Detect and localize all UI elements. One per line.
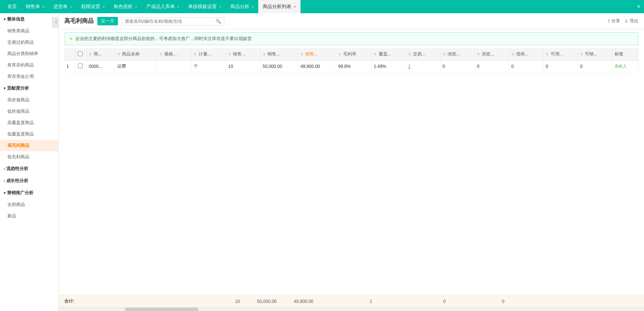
th-transactions[interactable]: ⇅ 交易... [406, 48, 440, 61]
sidebar-item-stock-capital[interactable]: 库存资金占用 [0, 71, 58, 82]
sidebar-item-in-stock[interactable]: 有库存的商品 [0, 59, 58, 71]
nav-close-permission[interactable]: × [102, 4, 105, 9]
th-browse1[interactable]: ⇅ 浏览... [440, 48, 475, 61]
table-row: 1 0000... 运费 个 10 50,000.00 49,900.00 99… [64, 61, 638, 72]
nav-purchase-order[interactable]: 进货单 × [49, 0, 76, 13]
main-layout: 《 ▾ 整体信息 销售类商品 交易过的商品 商品分类助销率 有库存的商品 库存资… [0, 13, 644, 311]
sidebar-item-all-goods[interactable]: 全部商品 [0, 199, 58, 210]
nav-close-analysis-list[interactable]: × [294, 4, 296, 9]
nav-sales-order[interactable]: 销售单 × [21, 0, 49, 13]
cell-sales-cost: 49,900.00 [298, 61, 336, 72]
top-navigation: 首页 销售单 × 进货单 × 权限设置 × 角色授权 × 产成品入库单 × 单据… [0, 0, 644, 13]
sidebar-item-high-coverage[interactable]: 高覆盖度商品 [0, 117, 58, 129]
th-sales-qty[interactable]: ⇅ 销售... [226, 48, 260, 61]
nav-home[interactable]: 首页 [3, 0, 21, 13]
nav-product-analysis[interactable]: 商品分析 × [226, 0, 258, 13]
scrollbar-thumb[interactable] [125, 308, 198, 311]
th-sales-cost[interactable]: ⇅ 销售... [298, 48, 336, 61]
th-sales-amount[interactable]: ⇅ 销售... [260, 48, 298, 61]
summary-current-stock: 0 [416, 299, 446, 304]
th-tag: 标签 [612, 48, 638, 61]
time-filter-button[interactable]: 近一月 [97, 17, 118, 25]
th-gross-rate[interactable]: ⇅ 毛利率 [336, 48, 371, 61]
sort-icon-gross-rate: ⇅ [338, 52, 341, 56]
arrow-growth: › [4, 179, 5, 183]
cell-index: 1 [64, 61, 75, 72]
sidebar-item-category-rate[interactable]: 商品分类助销率 [0, 48, 58, 59]
th-coverage[interactable]: ⇅ 覆盖... [371, 48, 406, 61]
sidebar-item-new-goods[interactable]: 新品 [0, 210, 58, 222]
cell-checkbox [75, 61, 86, 72]
nav-permission-settings[interactable]: 权限设置 × [77, 0, 109, 13]
nav-close-purchase[interactable]: × [70, 4, 72, 9]
sidebar-group-overall[interactable]: ▾ 整体信息 [0, 13, 58, 25]
sidebar-item-traded-goods[interactable]: 交易过的商品 [0, 37, 58, 48]
table-header-row: ⇅ 商... ⇅ 商品名称 ⇅ 规格... ⇅ [64, 48, 638, 61]
transactions-link[interactable]: 1 [408, 64, 411, 69]
summary-sellable: 0 [475, 299, 504, 304]
data-table: ⇅ 商... ⇅ 商品名称 ⇅ 规格... ⇅ [64, 48, 638, 72]
sidebar-group-growth[interactable]: › 成长性分析 [0, 175, 58, 187]
th-available[interactable]: ⇅ 可用... [543, 48, 578, 61]
info-icon: ☀ [69, 36, 73, 41]
arrow-trend: › [4, 167, 5, 171]
sidebar-collapse-btn[interactable]: 《 [52, 17, 58, 28]
cell-transactions: 1 [406, 61, 440, 72]
row-checkbox[interactable] [78, 64, 83, 68]
th-spec[interactable]: ⇅ 规格... [157, 48, 191, 61]
search-box: 🔍 [122, 17, 224, 25]
th-unit[interactable]: ⇅ 计量... [191, 48, 226, 61]
sort-icon-transactions: ⇅ [408, 52, 411, 56]
cell-name: 运费 [115, 61, 157, 72]
sidebar-item-low-coverage[interactable]: 低覆盖度商品 [0, 129, 58, 140]
th-current-stock[interactable]: ⇅ 现有... [509, 48, 543, 61]
sort-icon-spec: ⇅ [159, 52, 162, 56]
nav-close-role[interactable]: × [135, 4, 137, 9]
sort-icon-browse2: ⇅ [477, 52, 480, 56]
sidebar-item-high-margin[interactable]: 高毛利商品 [0, 140, 58, 151]
sidebar-item-low-value[interactable]: 低价值商品 [0, 106, 58, 117]
tag-badge: 高收入 [615, 64, 627, 68]
th-name[interactable]: ⇅ 商品名称 [115, 48, 157, 61]
th-sellable[interactable]: ⇅ 可销... [578, 48, 612, 61]
summary-sales-amount: 50,000.00 [247, 299, 277, 304]
sidebar-item-sales-goods[interactable]: 销售类商品 [0, 25, 58, 37]
sort-icon-sellable: ⇅ [580, 52, 583, 56]
sort-icon-code: ⇅ [89, 52, 92, 56]
sidebar-group-trend[interactable]: › 流趋性分析 [0, 163, 58, 175]
nav-template-settings[interactable]: 单据模板设置 × [184, 0, 226, 13]
cell-available: 0 [543, 61, 578, 72]
sort-icon-coverage: ⇅ [374, 52, 377, 56]
summary-transactions: 1 [343, 299, 372, 304]
nav-finished-goods[interactable]: 产成品入库单 × [142, 0, 184, 13]
nav-close-template[interactable]: × [219, 4, 221, 9]
cell-sales-amount: 50,000.00 [260, 61, 298, 72]
sidebar-item-low-margin[interactable]: 低毛利商品 [0, 151, 58, 163]
search-icon[interactable]: 🔍 [216, 19, 221, 24]
nav-role-auth[interactable]: 角色授权 × [109, 0, 141, 13]
horizontal-scrollbar[interactable] [59, 307, 644, 311]
th-browse2[interactable]: ⇅ 浏览... [475, 48, 509, 61]
nav-close-sales[interactable]: × [42, 4, 44, 9]
export-button[interactable]: ⇩ 导出 [625, 18, 638, 24]
select-all-checkbox[interactable] [78, 51, 83, 56]
footer-summary: 合计: 10 50,000.00 49,900.00 1 0 0 [59, 295, 644, 307]
sidebar-group-contribution[interactable]: ▾ 贡献度分析 [0, 82, 58, 94]
cell-current-stock: 0 [509, 61, 543, 72]
nav-close-finished[interactable]: × [177, 4, 179, 9]
nav-close-all[interactable]: × [637, 3, 640, 10]
sort-icon-sales-cost: ⇅ [301, 52, 303, 56]
page-title: 高毛利商品 [64, 17, 94, 25]
table-wrapper: ⇅ 商... ⇅ 商品名称 ⇅ 规格... ⇅ [59, 48, 644, 295]
sidebar: 《 ▾ 整体信息 销售类商品 交易过的商品 商品分类助销率 有库存的商品 库存资… [0, 13, 59, 311]
search-input[interactable] [125, 19, 216, 24]
cell-coverage: 1.49% [371, 61, 406, 72]
sort-icon-browse1: ⇅ [443, 52, 446, 56]
sort-icon-unit: ⇅ [194, 52, 197, 56]
nav-close-analysis[interactable]: × [252, 4, 254, 9]
th-code[interactable]: ⇅ 商... [86, 48, 115, 61]
sidebar-group-marketing[interactable]: ▾ 营销推广分析 [0, 187, 58, 199]
share-button[interactable]: ⤴ 分享 [608, 18, 620, 24]
sidebar-item-high-value[interactable]: 高价值商品 [0, 94, 58, 106]
nav-analysis-list[interactable]: 商品分析列表 × [258, 0, 300, 13]
